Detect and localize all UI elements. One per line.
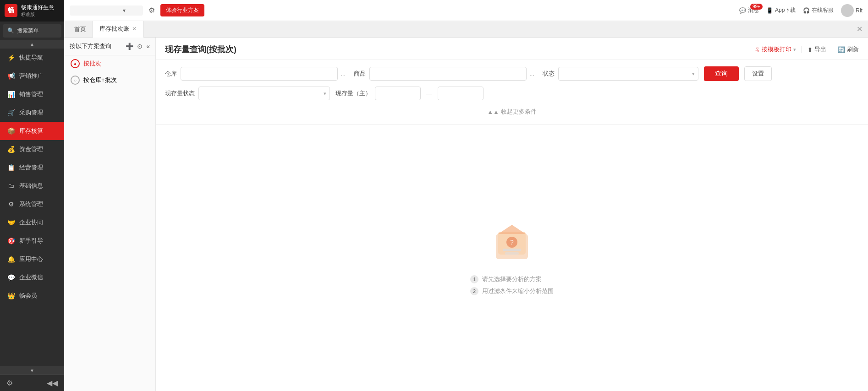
query-btn[interactable]: 查询 — [704, 66, 739, 81]
sidebar-item-sales[interactable]: 📊 销售管理 — [0, 85, 64, 103]
empty-tips: 1 请先选择要分析的方案 2 用过滤条件来缩小分析范围 — [470, 275, 554, 295]
app-download-btn[interactable]: 📱 App下载 — [766, 6, 796, 14]
marketing-icon: 📢 — [6, 71, 16, 81]
product-input[interactable] — [369, 67, 527, 81]
refresh-btn[interactable]: 🔄 刷新 — [838, 45, 859, 54]
app-title: 畅康通好生意 — [21, 4, 54, 11]
inventory-status-label: 现存量状态 — [165, 89, 195, 98]
apps-icon: 🔔 — [6, 255, 16, 264]
print-chevron-icon[interactable]: ▾ — [793, 47, 796, 53]
empty-state: ? 1 请先选择要分析的方案 2 用过滤条件来缩小分析范围 — [156, 125, 868, 391]
settings-plan-icon[interactable]: ⊙ — [137, 43, 143, 50]
sidebar-scroll-up[interactable]: ▲ — [0, 40, 64, 49]
sidebar-item-label: 资金管理 — [19, 145, 43, 153]
settings-btn[interactable]: 设置 — [744, 66, 772, 81]
tab-close-icon[interactable]: ✕ — [132, 26, 137, 32]
svg-text:?: ? — [510, 239, 514, 246]
tab-inventory-batch[interactable]: 库存批次账 ✕ — [93, 21, 143, 38]
plan-item-warehouse-batch[interactable]: ○ 按仓库+批次 — [64, 72, 155, 88]
sidebar-item-inventory[interactable]: 📦 库存核算 — [0, 122, 64, 140]
app-logo: 畅 — [5, 4, 17, 17]
collapse-btn[interactable]: ▲▲ 收起更多条件 — [482, 106, 542, 118]
avatar — [841, 4, 854, 17]
topbar-search-box[interactable]: ▾ — [70, 5, 143, 16]
sidebar-header: 畅 畅康通好生意 标准版 — [0, 0, 64, 22]
messages-btn[interactable]: 💬 消息 99+ — [739, 6, 759, 14]
sidebar-search-label: 搜索菜单 — [17, 27, 39, 35]
online-support-btn[interactable]: 🎧 在线客服 — [803, 6, 834, 14]
plan-warehouse-batch-label: 按仓库+批次 — [83, 76, 117, 84]
sidebar-item-guide[interactable]: 🎯 新手引导 — [0, 232, 64, 250]
plan-item-batch[interactable]: ● 按批次 — [64, 55, 155, 72]
sidebar-item-system[interactable]: ⚙ 系统管理 — [0, 195, 64, 213]
collab-icon: 🤝 — [6, 218, 16, 227]
empty-illustration: ? — [489, 220, 535, 266]
add-plan-icon[interactable]: ➕ — [126, 43, 133, 50]
left-panel: 按以下方案查询 ➕ ⊙ « ● 按批次 ○ 按仓库+批次 — [64, 38, 156, 391]
plan-batch-label: 按批次 — [83, 60, 101, 68]
divider — [802, 46, 802, 53]
app-title-wrap: 畅康通好生意 标准版 — [21, 4, 54, 18]
tab-home[interactable]: 首页 — [68, 21, 93, 38]
collapse-btn-label: 收起更多条件 — [501, 108, 537, 116]
online-support-label: 在线客服 — [812, 6, 834, 14]
inventory-status-select[interactable] — [198, 87, 330, 100]
product-more-btn[interactable]: ... — [527, 71, 537, 77]
tip1-text: 请先选择要分析的方案 — [482, 275, 542, 283]
svg-rect-5 — [503, 249, 521, 251]
user-info[interactable]: Rit — [841, 4, 863, 17]
qty-max-input[interactable] — [438, 87, 483, 100]
sidebar-item-purchase[interactable]: 🛒 采购管理 — [0, 103, 64, 122]
chevron-down-icon[interactable]: ▾ — [123, 7, 126, 14]
sidebar-item-marketing[interactable]: 📢 营销推广 — [0, 67, 64, 85]
sidebar-item-apps[interactable]: 🔔 应用中心 — [0, 250, 64, 268]
sidebar-item-label: 经营管理 — [19, 163, 43, 172]
sidebar-search[interactable]: 🔍 搜索菜单 — [3, 24, 61, 38]
sidebar-scroll-down[interactable]: ▼ — [0, 366, 64, 375]
app-download-label: App下载 — [775, 6, 796, 14]
print-btn[interactable]: 🖨 按模板打印 ▾ — [754, 45, 796, 54]
qty-min-input[interactable] — [375, 87, 421, 100]
sidebar-item-wechat[interactable]: 💬 企业微信 — [0, 268, 64, 287]
export-btn[interactable]: ⬆ 导出 — [808, 45, 826, 54]
sidebar-item-basic[interactable]: 🗂 基础信息 — [0, 177, 64, 195]
plan-warehouse-batch-icon: ○ — [71, 76, 80, 85]
sidebar-item-collab[interactable]: 🤝 企业协同 — [0, 213, 64, 232]
filter-row-2: 现存量状态 ▾ 现存量（主） — — [165, 87, 859, 100]
sidebar-item-label: 基础信息 — [19, 182, 43, 190]
refresh-label: 刷新 — [847, 45, 859, 54]
sidebar-item-label: 企业微信 — [19, 273, 43, 282]
messages-badge: 99+ — [750, 4, 763, 10]
inventory-icon: 📦 — [6, 126, 16, 136]
topbar-search-input[interactable] — [74, 7, 120, 14]
sidebar-item-ops[interactable]: 📋 经营管理 — [0, 158, 64, 177]
inventory-qty-group: 现存量（主） — — [335, 87, 859, 100]
collapse-panel-icon[interactable]: « — [146, 43, 150, 50]
app-version: 标准版 — [21, 11, 54, 18]
svg-rect-6 — [505, 252, 519, 255]
collapse-sidebar-icon[interactable]: ◀◀ — [47, 379, 58, 387]
sidebar-item-label: 营销推广 — [19, 72, 43, 80]
tip2-num: 2 — [470, 287, 478, 295]
main-content: 现存量查询(按批次) 🖨 按模板打印 ▾ ⬆ 导出 🔄 — [156, 38, 868, 391]
sidebar-item-finance[interactable]: 💰 资金管理 — [0, 140, 64, 158]
basic-icon: 🗂 — [6, 181, 16, 190]
settings-icon[interactable]: ⚙ — [6, 379, 13, 387]
experience-btn[interactable]: 体验行业方案 — [160, 4, 204, 16]
sidebar-item-member[interactable]: 👑 畅会员 — [0, 287, 64, 305]
status-select[interactable] — [558, 67, 698, 81]
sidebar-item-quicknav[interactable]: ⚡ 快捷导航 — [0, 49, 64, 67]
warehouse-input[interactable] — [181, 67, 338, 81]
guide-icon: 🎯 — [6, 236, 16, 245]
inventory-status-select-wrap: ▾ — [198, 87, 330, 100]
left-panel-icons: ➕ ⊙ « — [126, 43, 150, 50]
sidebar-item-label: 新手引导 — [19, 237, 43, 245]
close-all-tabs-icon[interactable]: ✕ — [857, 25, 863, 33]
print-label: 按模板打印 — [762, 45, 791, 54]
sidebar-item-label: 快捷导航 — [19, 54, 43, 62]
page-header: 现存量查询(按批次) 🖨 按模板打印 ▾ ⬆ 导出 🔄 — [156, 38, 868, 60]
topbar-gear-icon[interactable]: ⚙ — [147, 4, 157, 16]
export-icon: ⬆ — [808, 46, 813, 53]
warehouse-more-btn[interactable]: ... — [338, 71, 348, 77]
search-icon: 🔍 — [7, 27, 14, 34]
